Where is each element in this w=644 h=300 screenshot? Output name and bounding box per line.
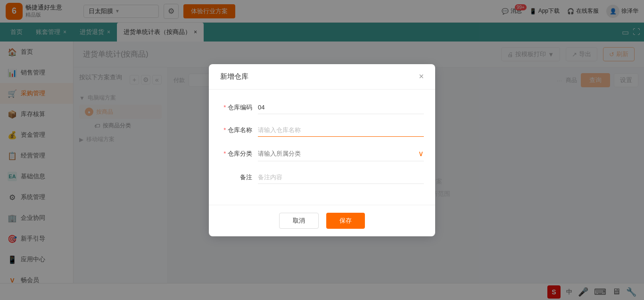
category-select-wrapper: ∨ [258,146,424,161]
modal-title: 新增仓库 [220,72,248,81]
form-row-remark: 备注 [220,171,424,184]
category-dropdown-arrow: ∨ [418,149,424,158]
new-warehouse-modal: 新增仓库 × * 仓库编码 * 仓库名称 [209,64,435,236]
name-required-mark: * [223,126,226,133]
code-label: * 仓库编码 [220,103,258,112]
remark-label: 备注 [220,173,258,182]
name-label: * 仓库名称 [220,126,258,134]
category-required-mark: * [223,150,226,157]
modal-footer: 取消 保存 [209,205,435,236]
category-label: * 仓库分类 [220,150,258,158]
modal-body: * 仓库编码 * 仓库名称 * 仓库分类 [209,90,435,205]
warehouse-code-input[interactable] [258,101,424,114]
modal-overlay: 新增仓库 × * 仓库编码 * 仓库名称 [0,0,644,300]
form-row-category: * 仓库分类 ∨ [220,146,424,161]
modal-header: 新增仓库 × [209,64,435,90]
category-select-input[interactable] [258,150,418,157]
form-row-name: * 仓库名称 [220,124,424,137]
warehouse-name-input[interactable] [258,124,424,137]
save-button[interactable]: 保存 [326,213,365,229]
form-row-code: * 仓库编码 [220,101,424,114]
modal-close-button[interactable]: × [419,72,424,82]
code-required-mark: * [223,104,226,111]
cancel-button[interactable]: 取消 [279,213,319,229]
remark-input[interactable] [258,171,424,184]
